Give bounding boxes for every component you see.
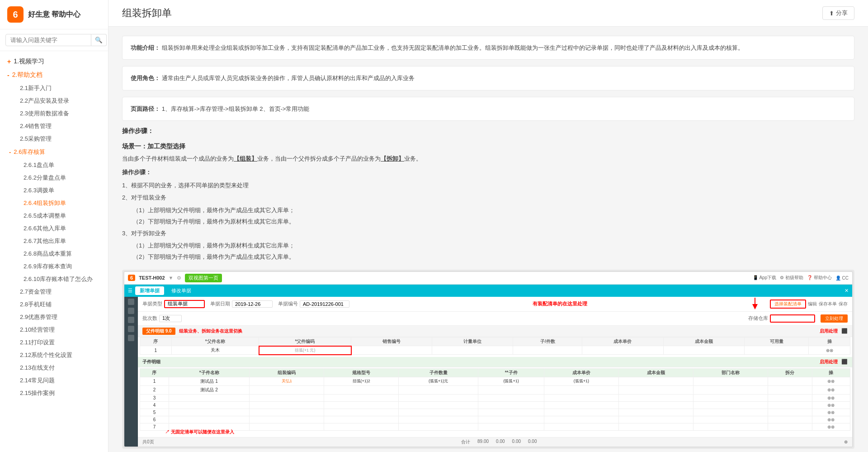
table-row: 2 测试品 2 — [140, 385, 850, 394]
sidebar-item-prepare[interactable]: 2.3使用前数据准备 — [9, 107, 108, 120]
mock-btn-execute[interactable]: 立刻处理 — [821, 314, 848, 323]
sidebar-item-settings[interactable]: 2.12系统个性化设置 — [9, 349, 108, 362]
sidebar-item-label-video: 1.视频学习 — [14, 57, 44, 66]
mock-topbar: 6 TEST-H002 ▼ ⚙ 双视图第一页 📱 App下载 ⚙ 初级帮助 ❓ … — [124, 272, 852, 285]
section-header-wrapper: 父件明细 9.0 组装业务、拆卸业务在这里切换 启用处理 ⬛ — [138, 326, 852, 337]
mock-id: TEST-H002 — [139, 275, 165, 281]
sidebar-item-transfer[interactable]: 2.6.3调拨单 — [16, 184, 108, 197]
operation-section: 操作步骤： — [122, 127, 854, 135]
mock-footer: 共0页 合计 89.00 0.00 0.00 0.00 ⊕ — [138, 437, 852, 447]
mock-badge-lower: 子件明细 — [142, 359, 160, 365]
info-label-intro: 功能介绍： — [131, 44, 160, 51]
mock-tab-edit[interactable]: 修改单据 — [167, 286, 196, 295]
sidebar-item-video[interactable]: + 1.视频学习 — [0, 55, 108, 68]
mock-section-header: 父件明细 9.0 组装业务、拆卸业务在这里切换 启用处理 ⬛ — [138, 326, 852, 337]
annotation-has-bom: 有装配清单的在这里处理 — [533, 300, 587, 307]
mock-footer-totals: 合计 89.00 0.00 0.00 0.00 — [461, 439, 537, 445]
mock-left-icons — [124, 297, 138, 447]
sidebar: 6 好生意 帮助中心 🔍 + 1.视频学习 - 2.帮助文档 2.1新手入门 2… — [0, 0, 108, 452]
sidebar-item-newcomer[interactable]: 2.1新手入门 — [9, 82, 108, 95]
sidebar-item-docs[interactable]: - 2.帮助文档 — [0, 68, 108, 82]
mock-input-no[interactable] — [300, 300, 349, 308]
sidebar-item-inventory[interactable]: - 2.6库存核算 — [9, 145, 108, 159]
mock-input-date[interactable] — [232, 300, 273, 308]
mock-btn-apply-bom[interactable]: 选择装配清单 — [770, 300, 806, 309]
sidebar-item-inventory-book[interactable]: 2.6.9库存账本查询 — [16, 260, 108, 273]
mock-expand-icon[interactable]: ⬛ — [841, 328, 848, 334]
mock-sidebar-toggle[interactable]: ☰ — [128, 288, 132, 294]
mock-footer-pagination: 共0页 — [142, 439, 154, 445]
sidebar-item-inventory-error[interactable]: 2.6.10库存账本错了怎么办 — [16, 273, 108, 285]
sidebar-item-coupon[interactable]: 2.9优惠券管理 — [9, 311, 108, 324]
info-label-path: 页面路径： — [131, 105, 160, 112]
mock-section-header-lower: 子件明细 启用处理 ⬛ — [138, 357, 852, 367]
sidebar-item-other-out[interactable]: 2.6.7其他出库单 — [16, 235, 108, 247]
sidebar-item-cost-adjust[interactable]: 2.6.5成本调整单 — [16, 209, 108, 222]
sidebar-item-payment[interactable]: 2.13在线支付 — [9, 362, 108, 374]
info-text-path: 1、库存核算->库存管理->组装拆卸单 2、首页->常用功能 — [162, 105, 310, 112]
search-area: 🔍 — [0, 29, 108, 51]
mock-field-type: 单据类型 — [142, 300, 205, 308]
app-name: 好生意 帮助中心 — [28, 10, 80, 19]
annotation-switch: 组装业务、拆卸业务在这里切换 — [179, 328, 242, 334]
sidebar-item-purchase[interactable]: 2.5采购管理 — [9, 133, 108, 145]
steps-title: 操作步骤： — [122, 167, 854, 177]
mock-field-num: 批次数 — [142, 315, 182, 322]
mock-expand-lower-icon[interactable]: ⬛ — [841, 359, 848, 365]
sidebar-item-install[interactable]: 2.2产品安装及登录 — [9, 95, 108, 107]
mock-upper-table: 序 *父件名称 *父件编码 销售编号 计量单位 子/件数 成本单价 成本金额 — [140, 337, 850, 355]
sidebar-item-assembly[interactable]: 2.6.4组装拆卸单 — [16, 197, 108, 209]
table-row: 6⊕⊗ — [140, 416, 850, 423]
step-3-2: （2）下部明细为子件明细，最终作为产成品生成其它入库单。 — [133, 252, 854, 262]
sidebar-item-cost-recalc[interactable]: 2.6.8商品成本重算 — [16, 247, 108, 260]
main-header: 组装拆卸单 ⬆ 分享 — [108, 0, 868, 27]
screenshot-container: 6 TEST-H002 ▼ ⚙ 双视图第一页 📱 App下载 ⚙ 初级帮助 ❓ … — [122, 270, 854, 449]
main-area: 组装拆卸单 ⬆ 分享 功能介绍： 组装拆卸单用来处理企业组装或拆卸等加工业务，支… — [108, 0, 868, 452]
sidebar-item-sales[interactable]: 2.4销售管理 — [9, 120, 108, 133]
sidebar-item-faq[interactable]: 2.14常见问题 — [9, 374, 108, 387]
mock-input-num[interactable] — [159, 315, 182, 322]
sidebar-item-mobile[interactable]: 2.8手机旺铺 — [9, 298, 108, 311]
mock-form-area: 单据类型 单据日期 单据编号 — [138, 297, 852, 312]
logo-area: 6 好生意 帮助中心 — [0, 0, 108, 29]
scenario-desc: 当由多个子件材料组装成一个成品的业务为【组装】业务，当由一个父件拆分成多个子产品… — [122, 153, 854, 164]
expand-icon-video: + — [7, 58, 11, 65]
share-button[interactable]: ⬆ 分享 — [822, 6, 854, 20]
mock-btn-doubleview[interactable]: 双视图第一页 — [185, 274, 222, 282]
mock-input-storage[interactable] — [770, 314, 815, 323]
search-input[interactable] — [5, 34, 91, 46]
mock-field-storage: 存储仓库 — [748, 314, 815, 323]
expand-icon-inventory: - — [9, 149, 11, 156]
mock-ui: 6 TEST-H002 ▼ ⚙ 双视图第一页 📱 App下载 ⚙ 初级帮助 ❓ … — [123, 271, 853, 447]
sidebar-item-partial-stocktake[interactable]: 2.6.2分量盘点单 — [16, 171, 108, 184]
info-box-intro: 功能介绍： 组装拆卸单用来处理企业组装或拆卸等加工业务，支持有固定装配清单的产品… — [122, 36, 854, 60]
page-title: 组装拆卸单 — [122, 6, 172, 20]
main-content: 功能介绍： 组装拆卸单用来处理企业组装或拆卸等加工业务，支持有固定装配清单的产品… — [108, 27, 868, 452]
step-2: 2、对于组装业务 — [122, 192, 854, 203]
mock-badge-upper: 父件明细 9.0 — [142, 328, 175, 335]
mock-toolbar: ☰ 新增单据 修改单据 ✕ — [124, 285, 852, 297]
sidebar-item-print[interactable]: 2.11打印设置 — [9, 336, 108, 349]
sidebar-item-examples[interactable]: 2.15操作案例 — [9, 387, 108, 400]
table-row: 1 关木 括弧(+1 元) — [140, 346, 850, 355]
sidebar-item-stocktake[interactable]: 2.6.1盘点单 — [16, 159, 108, 171]
mock-close-icon[interactable]: ✕ — [844, 288, 849, 294]
search-button[interactable]: 🔍 — [91, 34, 107, 46]
mock-input-type[interactable] — [164, 300, 205, 308]
docs-children: 2.1新手入门 2.2产品安装及登录 2.3使用前数据准备 2.4销售管理 2.… — [0, 82, 108, 400]
info-text-role: 通常由生产人员或库管人员完成拆装业务的操作，库管人员确认原材料的出库和产成品的入… — [162, 75, 415, 81]
step-3: 3、对于拆卸业务 — [122, 228, 854, 238]
info-box-role: 使用角色： 通常由生产人员或库管人员完成拆装业务的操作，库管人员确认原材料的出库… — [122, 66, 854, 90]
sidebar-item-operation[interactable]: 2.10经营管理 — [9, 324, 108, 336]
info-text-intro: 组装拆卸单用来处理企业组装或拆卸等加工业务，支持有固定装配清单的产品加工业务，也… — [162, 44, 744, 51]
scenario-section: 场景一：加工类型选择 当由多个子件材料组装成一个成品的业务为【组装】业务，当由一… — [122, 143, 854, 262]
sidebar-item-label-inventory: 2.6库存核算 — [14, 148, 45, 156]
mock-footer-right: ⊕ — [844, 439, 848, 444]
sidebar-item-other-in[interactable]: 2.6.6其他入库单 — [16, 222, 108, 235]
sidebar-item-finance[interactable]: 2.7资金管理 — [9, 285, 108, 298]
table-row: 1 测试品 1 关弘1 括弧(+1)2 (弧弧+1)元 (弧弧+1) (弧弧+1… — [140, 377, 850, 385]
mock-tab-new[interactable]: 新增单据 — [135, 286, 164, 295]
mock-lower-table: 序 *子件名称 组装编码 规格型号 子件数量 **子件 成本单价 成本金额 — [140, 368, 850, 431]
mock-field-date: 单据日期 — [210, 300, 273, 308]
inventory-children: 2.6.1盘点单 2.6.2分量盘点单 2.6.3调拨单 2.6.4组装拆卸单 … — [9, 159, 108, 285]
